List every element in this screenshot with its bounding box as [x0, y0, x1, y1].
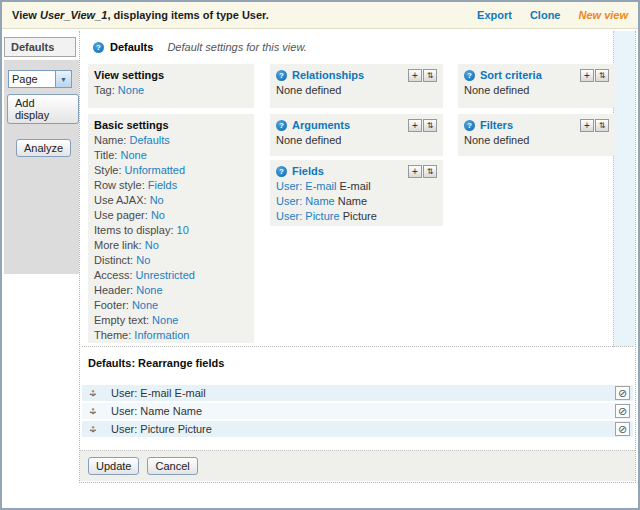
setting-value-link[interactable]: No	[145, 239, 159, 251]
basic-settings-box: Basic settings Name: Defaults Title: Non…	[88, 114, 254, 343]
setting-row: Name: Defaults	[94, 133, 248, 148]
fields-link[interactable]: Fields	[292, 164, 324, 179]
relationships-box: ? Relationships + ⇅ None defined	[270, 64, 443, 108]
filters-actions: + ⇅	[580, 119, 609, 132]
field-item: User: Name Name	[276, 194, 437, 209]
field-link[interactable]: User: Picture	[276, 210, 340, 222]
rearrange-icon[interactable]: ⇅	[423, 119, 437, 132]
drag-handle-icon[interactable]: ↔↕	[87, 405, 99, 418]
add-icon[interactable]: +	[408, 69, 422, 82]
setting-value-link[interactable]: None	[136, 284, 162, 296]
setting-value-link[interactable]: None	[118, 84, 144, 96]
help-icon[interactable]: ?	[276, 70, 287, 81]
drag-handle-icon[interactable]: ↔↕	[87, 387, 99, 400]
remove-icon[interactable]: ⊘	[615, 404, 630, 418]
setting-label: Use pager:	[94, 209, 148, 221]
row-label: User: E-mail E-mail	[111, 387, 206, 399]
drag-handle-icon[interactable]: ↔↕	[87, 423, 99, 436]
field-link[interactable]: User: Name	[276, 195, 335, 207]
help-icon[interactable]: ?	[93, 42, 104, 53]
setting-row: Distinct: No	[94, 253, 248, 268]
help-icon[interactable]: ?	[464, 70, 475, 81]
setting-row: Row style: Fields	[94, 178, 248, 193]
view-name: User_View_1	[40, 9, 107, 21]
views-edit-page: View User_View_1, displaying items of ty…	[0, 0, 640, 510]
cancel-button[interactable]: Cancel	[147, 457, 197, 475]
setting-label: Items to display:	[94, 224, 173, 236]
rearrange-heading: Defaults: Rearrange fields	[88, 357, 224, 369]
setting-row: Use AJAX: No	[94, 193, 248, 208]
update-button[interactable]: Update	[88, 457, 139, 475]
add-icon[interactable]: +	[580, 69, 594, 82]
setting-value-link[interactable]: None	[132, 299, 158, 311]
setting-value-link[interactable]: No	[136, 254, 150, 266]
setting-value-link[interactable]: No	[150, 194, 164, 206]
setting-row: Items to display: 10	[94, 223, 248, 238]
setting-value-link[interactable]: 10	[177, 224, 189, 236]
display-type-select[interactable]: Page ▼	[8, 70, 72, 88]
filters-empty-text: None defined	[464, 133, 609, 148]
arguments-box: ? Arguments + ⇅ None defined	[270, 114, 443, 156]
help-icon[interactable]: ?	[464, 120, 475, 131]
relationships-actions: + ⇅	[408, 69, 437, 82]
filters-header: ? Filters + ⇅	[464, 118, 609, 133]
arguments-link[interactable]: Arguments	[292, 118, 350, 133]
remove-icon[interactable]: ⊘	[615, 422, 630, 436]
view-settings-title: View settings	[94, 68, 248, 83]
table-row: ↔↕ User: E-mail E-mail ⊘	[82, 385, 633, 401]
rearrange-icon[interactable]: ⇅	[595, 69, 609, 82]
help-icon[interactable]: ?	[276, 120, 287, 131]
export-link[interactable]: Export	[477, 9, 512, 21]
add-icon[interactable]: +	[408, 165, 422, 178]
add-display-button[interactable]: Add display	[7, 94, 79, 124]
rearrange-icon[interactable]: ⇅	[423, 69, 437, 82]
sort-criteria-header: ? Sort criteria + ⇅	[464, 68, 609, 83]
sort-criteria-empty-text: None defined	[464, 83, 609, 98]
setting-value-link[interactable]: Information	[134, 329, 189, 341]
right-margin-strip	[613, 31, 635, 347]
setting-value-link[interactable]: None	[121, 149, 147, 161]
page-title: View User_View_1, displaying items of ty…	[12, 9, 269, 21]
setting-row: Header: None	[94, 283, 248, 298]
relationships-link[interactable]: Relationships	[292, 68, 364, 83]
sort-criteria-link[interactable]: Sort criteria	[480, 68, 542, 83]
setting-row: Access: Unrestricted	[94, 268, 248, 283]
rearrange-icon[interactable]: ⇅	[423, 165, 437, 178]
field-label: E-mail	[337, 180, 371, 192]
rearrange-icon[interactable]: ⇅	[595, 119, 609, 132]
setting-value-link[interactable]: Unformatted	[125, 164, 186, 176]
arguments-header: ? Arguments + ⇅	[276, 118, 437, 133]
setting-row: Tag: None	[94, 83, 248, 98]
clone-link[interactable]: Clone	[530, 9, 561, 21]
relationships-empty-text: None defined	[276, 83, 437, 98]
display-settings-area: ? Defaults Default settings for this vie…	[79, 31, 636, 483]
setting-label: More link:	[94, 239, 142, 251]
setting-label: Distinct:	[94, 254, 133, 266]
help-icon[interactable]: ?	[276, 166, 287, 177]
analyze-button[interactable]: Analyze	[16, 139, 71, 157]
filters-box: ? Filters + ⇅ None defined	[458, 114, 615, 156]
field-link[interactable]: User: E-mail	[276, 180, 337, 192]
setting-value-link[interactable]: Unrestricted	[136, 269, 195, 281]
setting-label: Use AJAX:	[94, 194, 147, 206]
remove-icon[interactable]: ⊘	[615, 386, 630, 400]
new-view-link[interactable]: New view	[578, 9, 628, 21]
setting-label: Footer:	[94, 299, 129, 311]
field-item: User: E-mail E-mail	[276, 179, 437, 194]
view-header-bar: View User_View_1, displaying items of ty…	[2, 2, 638, 29]
setting-value-link[interactable]: Defaults	[129, 134, 169, 146]
filters-link[interactable]: Filters	[480, 118, 513, 133]
field-label: Picture	[340, 210, 377, 222]
section-divider	[82, 346, 633, 347]
add-icon[interactable]: +	[408, 119, 422, 132]
display-overview-header: ? Defaults Default settings for this vie…	[93, 41, 307, 53]
setting-value-link[interactable]: Fields	[148, 179, 177, 191]
setting-value-link[interactable]: No	[151, 209, 165, 221]
add-icon[interactable]: +	[580, 119, 594, 132]
arguments-empty-text: None defined	[276, 133, 437, 148]
setting-row: Title: None	[94, 148, 248, 163]
setting-label: Theme:	[94, 329, 131, 341]
fields-actions: + ⇅	[408, 165, 437, 178]
setting-value-link[interactable]: None	[152, 314, 178, 326]
tab-defaults[interactable]: Defaults	[4, 37, 76, 57]
